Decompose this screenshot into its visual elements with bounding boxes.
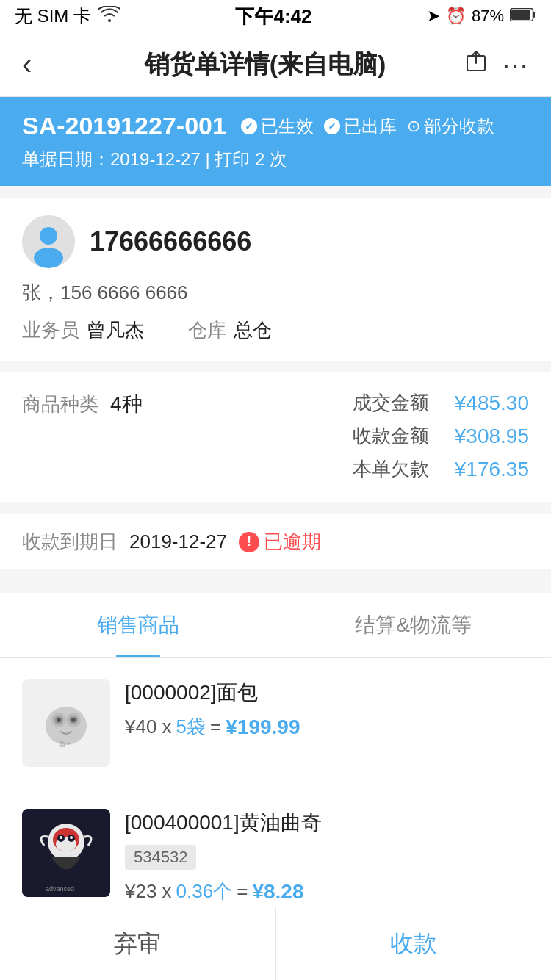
product-price-cookie: ¥23 x 0.36个 = ¥8.28 [125,879,529,904]
product-price-bread: ¥40 x 5袋 = ¥199.99 [125,714,529,740]
bread-equals: = [210,716,221,738]
status-bar-left: 无 SIM 卡 [15,4,120,28]
back-button[interactable]: ‹ [22,48,66,81]
warehouse-label: 仓库 [188,317,226,343]
owed-amount: ¥176.35 [441,458,529,481]
tab-products-label: 销售商品 [97,611,179,639]
due-date-value: 2019-12-27 [129,530,227,553]
status-bar-right: ➤ ⏰ 87% [427,7,536,26]
svg-point-5 [34,248,63,268]
cancel-button[interactable]: 弃审 [0,907,276,980]
badge-outbound-label: 已出库 [344,115,397,138]
tab-settlement[interactable]: 结算&物流等 [276,593,551,657]
stats-section: 商品种类 4种 成交金额 ¥485.30 收款金额 ¥308.95 本单欠款 ¥… [0,372,551,502]
confirm-button[interactable]: 收款 [276,907,552,980]
nav-actions: ··· [464,49,529,80]
confirm-label: 收款 [390,928,437,960]
battery-level: 87% [472,7,504,26]
customer-top: 17666666666 [22,215,529,268]
svg-point-4 [40,227,57,245]
stats-owed: 本单欠款 ¥176.35 [353,456,529,482]
category-value: 4种 [110,390,143,418]
stats-category: 商品种类 4种 [22,390,143,418]
status-badge-outbound: ✓ 已出库 [324,115,397,138]
svg-point-12 [71,718,76,722]
overdue-text: 已逾期 [264,529,321,555]
cookie-total: ¥8.28 [252,880,303,904]
order-id: SA-20191227-001 [22,112,226,140]
nav-bar: ‹ 销货单详情(来自电脑) ··· [0,32,551,97]
product-thumb-cookie: advanced [22,809,110,897]
product-thumb-bread: 鱼+ [22,679,110,767]
status-badge-partial: ⊙ 部分收款 [407,115,494,138]
customer-section: 17666666666 张，156 6666 6666 业务员 曾凡杰 仓库 总… [0,198,551,361]
order-sub-info: 单据日期：2019-12-27 | 打印 2 次 [22,148,529,171]
product-item-cookie: advanced [000400001]黄油曲奇 534532 ¥23 x 0.… [0,788,551,926]
cookie-equals: = [237,880,248,903]
location-icon: ➤ [427,7,440,26]
warehouse: 仓库 总仓 [188,317,272,343]
sales-person-label: 业务员 [22,317,79,343]
status-bar: 无 SIM 卡 下午4:42 ➤ ⏰ 87% [0,0,551,32]
product-tag-cookie: 534532 [125,845,196,870]
svg-point-20 [60,836,62,839]
tab-products[interactable]: 销售商品 [0,593,276,657]
battery-icon [510,7,536,26]
sim-status: 无 SIM 卡 [15,4,91,28]
wifi-icon [98,6,120,26]
product-list: 鱼+ [0000002]面包 ¥40 x 5袋 = ¥199.99 [0,658,551,926]
stats-amounts: 成交金额 ¥485.30 收款金额 ¥308.95 本单欠款 ¥176.35 [353,390,529,482]
section-divider [0,569,551,581]
status-badge-active: ✓ 已生效 [241,115,314,138]
owed-label: 本单欠款 [353,456,429,482]
due-label: 收款到期日 [22,529,118,555]
overdue-icon: ! [239,532,259,552]
svg-text:advanced: advanced [46,885,74,893]
stats-received: 收款金额 ¥308.95 [353,423,529,449]
share-icon[interactable] [464,50,488,79]
received-amount: ¥308.95 [441,425,529,448]
category-label: 商品种类 [22,392,98,417]
status-time: 下午4:42 [235,4,311,29]
product-name-bread: [0000002]面包 [125,679,529,707]
warehouse-value: 总仓 [234,317,272,343]
order-header: SA-20191227-001 ✓ 已生效 ✓ 已出库 ⊙ 部分收款 单据日期：… [0,97,551,186]
sales-person-value: 曾凡杰 [87,317,144,343]
clock-icon: ⊙ [407,117,420,136]
tabs-section: 销售商品 结算&物流等 [0,593,551,658]
check-icon-active: ✓ [241,118,257,134]
due-section: 收款到期日 2019-12-27 ! 已逾期 [0,514,551,569]
stats-deal: 成交金额 ¥485.30 [353,390,529,416]
order-header-top: SA-20191227-001 ✓ 已生效 ✓ 已出库 ⊙ 部分收款 [22,112,529,140]
bread-total: ¥199.99 [226,716,300,739]
status-badges: ✓ 已生效 ✓ 已出库 ⊙ 部分收款 [241,115,494,138]
svg-rect-1 [511,10,530,20]
svg-point-11 [57,718,61,722]
check-icon-outbound: ✓ [324,118,340,134]
badge-partial-label: 部分收款 [424,115,494,138]
product-info-cookie: [000400001]黄油曲奇 534532 ¥23 x 0.36个 = ¥8.… [125,809,529,904]
bread-price: ¥40 x [125,716,172,738]
cookie-price: ¥23 x [125,880,172,903]
stats-row: 商品种类 4种 成交金额 ¥485.30 收款金额 ¥308.95 本单欠款 ¥… [22,390,529,482]
customer-meta: 业务员 曾凡杰 仓库 总仓 [22,317,529,343]
product-item-bread: 鱼+ [0000002]面包 ¥40 x 5袋 = ¥199.99 [0,658,551,788]
tabs-bar: 销售商品 结算&物流等 [0,593,551,658]
bread-qty: 5袋 [176,714,206,740]
customer-contact: 张，156 6666 6666 [22,280,529,306]
page-title: 销货单详情(来自电脑) [145,48,386,82]
svg-point-21 [70,836,73,839]
received-label: 收款金额 [353,423,429,449]
sales-person: 业务员 曾凡杰 [22,317,144,343]
tab-settlement-label: 结算&物流等 [355,611,472,639]
bottom-bar: 弃审 收款 [0,907,551,980]
product-name-cookie: [000400001]黄油曲奇 [125,809,529,837]
customer-id: 17666666666 [90,226,251,257]
svg-text:鱼+: 鱼+ [59,740,71,748]
avatar [22,215,75,268]
deal-amount: ¥485.30 [441,392,529,415]
cookie-qty: 0.36个 [176,879,233,904]
badge-active-label: 已生效 [261,115,314,138]
alarm-icon: ⏰ [446,7,466,26]
more-icon[interactable]: ··· [503,49,529,80]
